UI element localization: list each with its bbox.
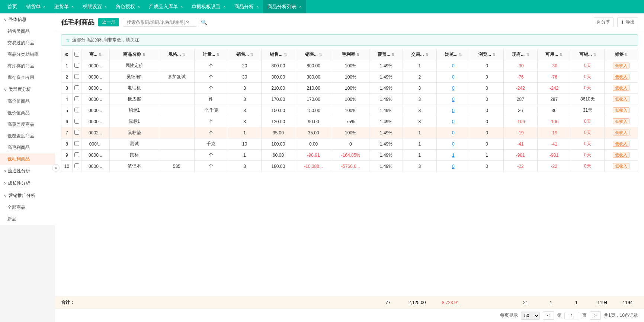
page-suffix: 页 bbox=[582, 312, 587, 319]
sidebar-item-all-goods[interactable]: 全部商品 bbox=[0, 202, 55, 213]
col-tag[interactable]: 标签 ⇅ bbox=[605, 49, 638, 60]
row-views1[interactable]: 0 bbox=[436, 138, 470, 150]
group-arrow-marketing: ∨ bbox=[4, 193, 7, 198]
sidebar-item-high-coverage[interactable]: 高覆盖度商品 bbox=[0, 119, 55, 130]
search-button[interactable]: 🔍 bbox=[201, 19, 207, 25]
col-transactions[interactable]: 交易... ⇅ bbox=[403, 49, 436, 60]
sidebar-item-high-value[interactable]: 高价值商品 bbox=[0, 96, 55, 107]
col-available[interactable]: 可用... ⇅ bbox=[537, 49, 571, 60]
row-views1[interactable]: 0 bbox=[436, 116, 470, 127]
sidebar-item-new-goods[interactable]: 新品 bbox=[0, 213, 55, 225]
export-button[interactable]: ⬇ 导出 bbox=[617, 17, 638, 27]
col-code[interactable]: 商... ⇅ bbox=[81, 49, 110, 60]
row-views1[interactable]: 0 bbox=[436, 60, 470, 71]
next-page-btn[interactable]: ＞ bbox=[590, 311, 601, 320]
row-views1[interactable]: 0 bbox=[436, 161, 470, 172]
row-views1[interactable]: 0 bbox=[436, 105, 470, 116]
nav-product-inbound[interactable]: 产成品入库单 × bbox=[144, 0, 187, 13]
row-checkbox[interactable] bbox=[73, 161, 81, 172]
tag-badge: 低收入 bbox=[613, 96, 629, 102]
row-checkbox[interactable] bbox=[73, 71, 81, 83]
row-checkbox[interactable] bbox=[73, 150, 81, 161]
search-input[interactable] bbox=[123, 18, 197, 27]
sidebar-item-low-coverage[interactable]: 低覆盖度商品 bbox=[0, 130, 55, 142]
row-views2: 0 bbox=[470, 60, 503, 71]
nav-product-analysis-list[interactable]: 商品分析列表 × bbox=[263, 0, 306, 13]
nav-sales-order[interactable]: 销货单 × bbox=[22, 0, 50, 13]
sidebar-item-traded-goods[interactable]: 交易过的商品 bbox=[0, 37, 55, 49]
sidebar-group-overall[interactable]: ∨ 整体信息 bbox=[0, 13, 55, 26]
nav-product-analysis[interactable]: 商品分析 × bbox=[230, 0, 263, 13]
row-gross-margin: -164.85% bbox=[332, 150, 369, 161]
nav-template-settings[interactable]: 单据模板设置 × bbox=[187, 0, 230, 13]
select-all-checkbox[interactable] bbox=[74, 52, 79, 57]
col-sales-amount[interactable]: 销售... ⇅ bbox=[262, 49, 295, 60]
nav-permissions[interactable]: 权限设置 × bbox=[78, 0, 111, 13]
row-transactions: 2 bbox=[403, 71, 436, 83]
nav-close-purchase[interactable]: × bbox=[71, 4, 74, 9]
row-views1[interactable]: 0 bbox=[436, 71, 470, 83]
col-gross-margin[interactable]: 毛利率 ⇅ bbox=[332, 49, 369, 60]
row-transactions: 1 bbox=[403, 138, 436, 150]
share-button[interactable]: ⎘ 分享 bbox=[594, 17, 613, 27]
row-checkbox[interactable] bbox=[73, 60, 81, 71]
col-views1[interactable]: 浏览... ⇅ bbox=[436, 49, 470, 60]
col-current-stock[interactable]: 现有... ⇅ bbox=[504, 49, 537, 60]
row-sales-qty: 3 bbox=[228, 94, 261, 105]
row-views1[interactable]: 0 bbox=[436, 94, 470, 105]
col-saleable[interactable]: 可销... ⇅ bbox=[571, 49, 604, 60]
sidebar-item-low-value[interactable]: 低价值商品 bbox=[0, 107, 55, 119]
nav-close-sales[interactable]: × bbox=[43, 4, 45, 9]
row-checkbox[interactable] bbox=[73, 116, 81, 127]
sidebar-item-low-margin[interactable]: 低毛利商品 bbox=[0, 153, 55, 165]
sidebar: ∨ 整体信息 销售类商品 交易过的商品 商品分类助销率 有库存的商品 库存资金占… bbox=[0, 13, 55, 225]
table-row: 1 0000... 属性定价 个 20 800.00 800.00 100% 1… bbox=[61, 60, 638, 71]
nav-home[interactable]: 首页 bbox=[3, 0, 22, 13]
sidebar-item-sales-goods[interactable]: 销售类商品 bbox=[0, 26, 55, 37]
row-views2: 0 bbox=[470, 161, 503, 172]
col-settings[interactable]: ⚙ bbox=[61, 49, 73, 60]
nav-purchase-order[interactable]: 进货单 × bbox=[50, 0, 78, 13]
col-sales-profit[interactable]: 销售... ⇅ bbox=[295, 49, 332, 60]
row-sales-amount: 150.00 bbox=[262, 105, 295, 116]
sidebar-collapse-btn[interactable]: « bbox=[52, 164, 60, 172]
sidebar-group-growth[interactable]: > 成长性分析 bbox=[0, 177, 55, 189]
col-spec[interactable]: 规格... ⇅ bbox=[159, 49, 194, 60]
row-views1[interactable]: 0 bbox=[436, 83, 470, 94]
row-no: 3 bbox=[61, 83, 73, 94]
prev-page-btn[interactable]: ＜ bbox=[543, 311, 554, 320]
nav-role-auth[interactable]: 角色授权 × bbox=[111, 0, 144, 13]
row-checkbox[interactable] bbox=[73, 94, 81, 105]
sidebar-group-circulation[interactable]: > 流通性分析 bbox=[0, 165, 55, 177]
col-name[interactable]: 商品名称 ⇅ bbox=[109, 49, 159, 60]
col-unit[interactable]: 计量... ⇅ bbox=[194, 49, 228, 60]
row-views2: 0 bbox=[470, 138, 503, 150]
row-checkbox[interactable] bbox=[73, 83, 81, 94]
row-checkbox[interactable] bbox=[73, 138, 81, 150]
row-unit: 件 bbox=[194, 94, 228, 105]
per-page-select[interactable]: 50 100 200 bbox=[521, 312, 540, 320]
row-views1[interactable]: 0 bbox=[436, 127, 470, 138]
nav-close-permissions[interactable]: × bbox=[105, 4, 107, 9]
sidebar-group-marketing[interactable]: ∨ 营销推广分析 bbox=[0, 189, 55, 202]
row-checkbox[interactable] bbox=[73, 127, 81, 138]
current-page-input[interactable] bbox=[564, 312, 579, 319]
row-checkbox[interactable] bbox=[73, 105, 81, 116]
col-views2[interactable]: 浏览... ⇅ bbox=[470, 49, 503, 60]
row-views1[interactable]: 1 bbox=[436, 150, 470, 161]
sidebar-group-cluster[interactable]: ∨ 类群度分析 bbox=[0, 83, 55, 96]
sidebar-item-in-stock[interactable]: 有库存的商品 bbox=[0, 60, 55, 72]
nav-close-analysis-list[interactable]: × bbox=[299, 4, 301, 9]
row-name: 橡皮擦 bbox=[109, 94, 159, 105]
nav-close-analysis[interactable]: × bbox=[256, 4, 259, 9]
nav-close-template[interactable]: × bbox=[223, 4, 225, 9]
sidebar-item-stock-funds[interactable]: 库存资金占用 bbox=[0, 72, 55, 83]
nav-close-product-inbound[interactable]: × bbox=[180, 4, 183, 9]
col-checkbox-all[interactable] bbox=[73, 49, 81, 60]
sidebar-item-high-margin[interactable]: 高毛利商品 bbox=[0, 142, 55, 153]
col-coverage[interactable]: 覆盖... ⇅ bbox=[369, 49, 403, 60]
nav-close-role[interactable]: × bbox=[138, 4, 140, 9]
sidebar-item-category-rate[interactable]: 商品分类助销率 bbox=[0, 49, 55, 60]
filter-recent-month-btn[interactable]: 近一月 bbox=[98, 18, 119, 26]
col-sales-qty[interactable]: 销售... ⇅ bbox=[228, 49, 261, 60]
